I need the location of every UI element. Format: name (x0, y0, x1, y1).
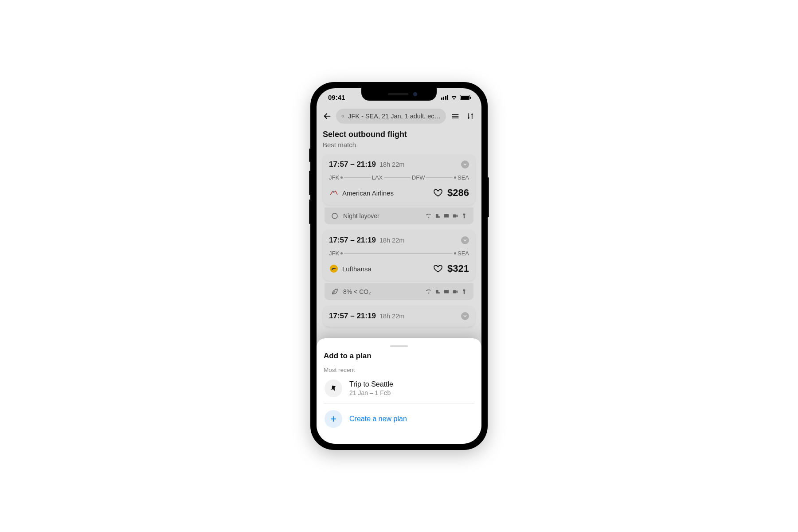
page-subtitle: Best match (323, 141, 475, 149)
svg-rect-16 (463, 289, 466, 291)
flight-times: 17:57 – 21:19 (329, 236, 376, 245)
flight-card[interactable]: 17:57 – 21:19 18h 22m JFK SEA Lufthansa (323, 230, 475, 281)
search-icon (341, 113, 344, 120)
plus-icon (329, 415, 337, 423)
plus-icon-circle (325, 410, 342, 428)
list-icon (451, 112, 460, 121)
signal-icon (441, 95, 449, 100)
flight-duration: 18h 22m (379, 237, 404, 244)
video-icon (452, 213, 458, 219)
flight-card[interactable]: 17:57 – 21:19 18h 22m JFK LAX DFW SEA (323, 154, 475, 205)
flight-route: JFK LAX DFW SEA (329, 174, 469, 181)
phone-notch (361, 88, 437, 101)
phone-side-button (488, 177, 489, 217)
power-icon (461, 213, 467, 219)
svg-rect-5 (436, 214, 438, 218)
wifi-icon (426, 213, 432, 219)
svg-rect-12 (436, 290, 438, 293)
arrow-left-icon (322, 111, 332, 121)
sliders-icon (466, 112, 474, 121)
svg-rect-10 (464, 215, 465, 218)
status-indicators (441, 94, 470, 100)
flight-price: $321 (447, 263, 469, 274)
svg-line-1 (344, 117, 344, 117)
svg-point-3 (471, 114, 473, 115)
flight-duration: 18h 22m (379, 161, 404, 168)
screen: 09:41 JFK - SEA, 21 Jan, 1 adult, ec… (317, 88, 481, 444)
svg-rect-9 (463, 214, 466, 215)
airline-name: Lufthansa (342, 265, 372, 273)
favorite-button[interactable] (433, 188, 443, 198)
expand-button[interactable] (461, 160, 469, 168)
add-to-plan-sheet: Add to a plan Most recent Trip to Seattl… (317, 338, 481, 444)
svg-rect-17 (464, 291, 465, 294)
chevron-down-icon (463, 238, 467, 243)
battery-icon (460, 95, 470, 100)
flight-info-strip: Night layover (325, 207, 473, 224)
sheet-grabber[interactable] (390, 345, 408, 347)
video-icon (452, 289, 458, 295)
svg-rect-15 (453, 290, 457, 293)
content: Select outbound flight Best match 17:57 … (317, 128, 481, 329)
info-label: 8% < CO₂ (343, 288, 371, 295)
route-destination: SEA (458, 250, 469, 257)
list-view-button[interactable] (450, 110, 461, 122)
filter-button[interactable] (465, 110, 476, 122)
wifi-icon (426, 289, 432, 295)
leaf-icon (331, 288, 339, 296)
wifi-icon (450, 94, 458, 100)
svg-point-4 (332, 213, 337, 219)
svg-rect-14 (444, 290, 449, 293)
back-button[interactable] (322, 111, 332, 121)
screen-icon (443, 289, 450, 295)
screen-icon (443, 213, 450, 219)
favorite-button[interactable] (433, 264, 443, 274)
plan-name: Trip to Seattle (349, 380, 393, 388)
info-label: Night layover (343, 212, 379, 219)
route-origin: JFK (329, 174, 339, 181)
topbar: JFK - SEA, 21 Jan, 1 adult, ec… (317, 106, 481, 128)
power-icon (461, 289, 467, 295)
svg-rect-6 (438, 216, 440, 218)
phone-side-button (309, 149, 310, 162)
seat-icon (434, 289, 441, 295)
sheet-title: Add to a plan (324, 352, 474, 360)
seat-icon (434, 213, 441, 219)
chevron-down-icon (463, 162, 467, 167)
flight-card[interactable]: 17:57 – 21:19 18h 22m (323, 305, 475, 327)
sheet-section-label: Most recent (324, 367, 474, 373)
create-plan-label: Create a new plan (349, 415, 407, 423)
pin-icon (329, 384, 337, 392)
airline-logo-lufthansa (329, 264, 339, 274)
svg-rect-7 (444, 214, 449, 218)
chevron-down-icon (463, 314, 467, 318)
create-plan-button[interactable]: Create a new plan (324, 404, 474, 434)
airline-name: American Airlines (342, 189, 394, 197)
svg-rect-13 (438, 292, 440, 294)
heart-icon (433, 188, 443, 198)
svg-point-2 (468, 117, 469, 118)
route-stop: LAX (372, 174, 383, 181)
airline-logo-american (329, 188, 339, 198)
svg-rect-8 (453, 215, 457, 218)
flight-route: JFK SEA (329, 250, 469, 257)
route-origin: JFK (329, 250, 339, 257)
phone-frame: 09:41 JFK - SEA, 21 Jan, 1 adult, ec… (310, 82, 488, 450)
flight-info-strip: 8% < CO₂ (325, 283, 473, 300)
phone-side-button (309, 200, 310, 224)
plan-icon-circle (325, 379, 342, 397)
phone-side-button (309, 171, 310, 195)
flight-times: 17:57 – 21:19 (329, 312, 376, 321)
status-time: 09:41 (328, 94, 345, 101)
flight-duration: 18h 22m (379, 313, 404, 320)
heart-icon (433, 264, 443, 274)
page-title: Select outbound flight (323, 130, 475, 139)
flight-price: $286 (447, 187, 469, 199)
plan-text: Trip to Seattle 21 Jan – 1 Feb (349, 380, 393, 396)
route-destination: SEA (458, 174, 469, 181)
flight-times: 17:57 – 21:19 (329, 160, 376, 169)
search-summary-pill[interactable]: JFK - SEA, 21 Jan, 1 adult, ec… (336, 109, 446, 124)
expand-button[interactable] (461, 236, 469, 244)
plan-item[interactable]: Trip to Seattle 21 Jan – 1 Feb (324, 373, 474, 404)
expand-button[interactable] (461, 312, 469, 320)
